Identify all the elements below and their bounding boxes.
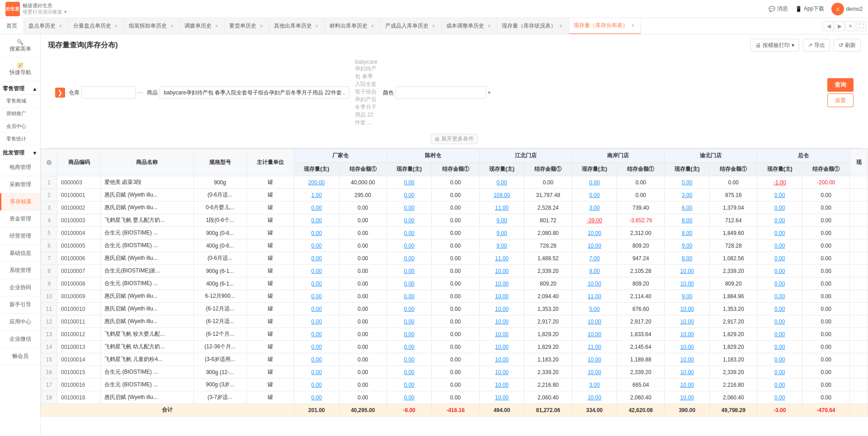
row-jb-stock[interactable]: 9.00 — [479, 214, 524, 227]
sidebar-item-finance[interactable]: 资金管理 — [0, 211, 40, 228]
tab-xiancunl-k[interactable]: 现存量（库存状况表） × — [497, 18, 569, 34]
sidebar-item-search[interactable]: 🔍 搜索英单 — [0, 34, 40, 58]
tab-cailiao[interactable]: 材料出库单历史 × — [325, 18, 381, 34]
row-jb-stock[interactable]: 0.00 — [479, 176, 524, 189]
row-f-stock[interactable]: 0.00 — [294, 290, 339, 303]
row-v-stock[interactable]: 0.00 — [387, 315, 432, 328]
row-yb-stock[interactable]: 9.00 — [665, 239, 710, 252]
dropdown-icon[interactable]: ▾ — [64, 9, 67, 15]
tab-yaohuo[interactable]: 要货单历史 × — [225, 18, 269, 34]
row-jb-stock[interactable]: 10.00 — [479, 353, 524, 366]
tab-home[interactable]: 首页 — [0, 18, 24, 34]
color-dropdown-icon[interactable]: ▾ — [488, 89, 491, 96]
tab-diaob[interactable]: 调拨单历史 × — [180, 18, 225, 34]
row-t-stock[interactable]: 0.00 — [757, 379, 802, 391]
row-yb-stock[interactable]: 8.00 — [665, 227, 710, 239]
refresh-btn[interactable]: ↺ 刷新 — [834, 39, 861, 52]
row-yb-stock[interactable]: 9.00 — [665, 290, 710, 303]
row-f-stock[interactable]: 0.00 — [294, 202, 339, 214]
row-f-stock[interactable]: 0.00 — [294, 227, 339, 239]
row-v-stock[interactable]: 0.00 — [387, 366, 432, 379]
sidebar-group-wholesale[interactable]: 批发管理 ▼ — [0, 145, 40, 159]
row-na-stock[interactable]: 3.00 — [572, 202, 617, 214]
row-f-stock[interactable]: 1.00 — [294, 189, 339, 202]
row-yb-stock[interactable]: 10.00 — [665, 315, 710, 328]
row-yb-stock[interactable]: 10.00 — [665, 277, 710, 290]
row-na-stock[interactable]: 10.00 — [572, 391, 617, 404]
row-t-stock[interactable]: 0.00 — [757, 252, 802, 265]
row-yb-stock[interactable]: 6.00 — [665, 202, 710, 214]
row-v-stock[interactable]: 0.00 — [387, 202, 432, 214]
row-na-stock[interactable]: 3.00 — [572, 379, 617, 391]
row-na-stock[interactable]: 10.00 — [572, 353, 617, 366]
row-jb-stock[interactable]: 10.00 — [479, 379, 524, 391]
tab-close-cailiao[interactable]: × — [369, 23, 376, 29]
sidebar-item-guide[interactable]: 新手引导 — [0, 296, 40, 314]
row-v-stock[interactable]: 0.00 — [387, 341, 432, 353]
sidebar-item-nav[interactable]: 🧭 快捷导航 — [0, 58, 40, 81]
color-input[interactable] — [396, 86, 486, 99]
row-t-stock[interactable]: 0.00 — [757, 391, 802, 404]
row-jb-stock[interactable]: 9.00 — [479, 239, 524, 252]
row-f-stock[interactable]: 0.00 — [294, 366, 339, 379]
row-t-stock[interactable]: 0.00 — [757, 277, 802, 290]
warehouse-input[interactable] — [81, 86, 136, 99]
tab-xiancunl-f[interactable]: 现存量（库存分布表） × — [569, 18, 641, 34]
sidebar-item-ecom[interactable]: 电商管理 — [0, 159, 40, 176]
row-yb-stock[interactable]: 10.00 — [665, 366, 710, 379]
row-jb-stock[interactable]: 10.00 — [479, 366, 524, 379]
row-v-stock[interactable]: 0.00 — [387, 277, 432, 290]
tab-close-pandian[interactable]: × — [57, 23, 64, 29]
row-yb-stock[interactable]: 10.00 — [665, 391, 710, 404]
settings-btn[interactable]: 设置 — [827, 94, 854, 107]
row-na-stock[interactable]: 0.00 — [572, 189, 617, 202]
row-na-stock[interactable]: 7.00 — [572, 252, 617, 265]
search-btn[interactable]: 查询 — [827, 78, 854, 92]
row-v-stock[interactable]: 0.00 — [387, 252, 432, 265]
row-t-stock[interactable]: 0.00 — [757, 290, 802, 303]
row-t-stock[interactable]: 0.00 — [757, 227, 802, 239]
row-t-stock[interactable]: 0.00 — [757, 189, 802, 202]
row-v-stock[interactable]: 0.00 — [387, 290, 432, 303]
warehouse-dots[interactable]: ··· — [137, 89, 143, 97]
row-t-stock[interactable]: 0.00 — [757, 239, 802, 252]
row-na-stock[interactable]: 11.00 — [572, 290, 617, 303]
row-na-stock[interactable]: 9.00 — [572, 265, 617, 277]
row-v-stock[interactable]: 0.00 — [387, 214, 432, 227]
row-yb-stock[interactable]: 10.00 — [665, 379, 710, 391]
tab-close-fenpandian[interactable]: × — [113, 23, 119, 29]
tab-close-xiancunl-f[interactable]: × — [630, 23, 636, 29]
row-jb-stock[interactable]: 10.00 — [479, 303, 524, 315]
row-yb-stock[interactable]: 10.00 — [665, 303, 710, 315]
tab-fenpandian[interactable]: 分量盘点单历史 × — [69, 18, 124, 34]
row-f-stock[interactable]: 0.00 — [294, 265, 339, 277]
row-t-stock[interactable]: 0.00 — [757, 265, 802, 277]
row-v-stock[interactable]: 0.00 — [387, 379, 432, 391]
tab-expand-btn[interactable]: ⛶ — [856, 21, 866, 31]
sidebar-item-system[interactable]: 系统管理 — [0, 262, 40, 279]
table-container[interactable]: ⚙ 商品编码 商品名称 规格型号 主计量单位 厂家仓 陈村仓 江北门店 南岸门店… — [41, 149, 868, 436]
tab-next-btn[interactable]: ▶ — [835, 21, 844, 31]
row-na-stock[interactable]: 11.00 — [572, 341, 617, 353]
tab-close-diaob[interactable]: × — [213, 23, 220, 29]
row-jb-stock[interactable]: 10.00 — [479, 328, 524, 341]
row-t-stock[interactable]: 0.00 — [757, 214, 802, 227]
tab-prev-btn[interactable]: ◀ — [824, 21, 834, 31]
messages-btn[interactable]: 💬 消息 — [769, 5, 788, 13]
row-v-stock[interactable]: 0.00 — [387, 353, 432, 366]
row-f-stock[interactable]: 0.00 — [294, 341, 339, 353]
tab-close-chengben[interactable]: × — [486, 23, 492, 29]
tab-close-qtachu[interactable]: × — [314, 23, 320, 29]
settings-icon[interactable]: ⚙ — [46, 159, 52, 166]
row-jb-stock[interactable]: 11.00 — [479, 252, 524, 265]
row-f-stock[interactable]: 0.00 — [294, 214, 339, 227]
sidebar-item-member2[interactable]: 畅会员 — [0, 348, 40, 365]
row-na-stock[interactable]: 10.00 — [572, 277, 617, 290]
sidebar-item-retail-shop[interactable]: 零售商城 — [0, 95, 40, 108]
row-v-stock[interactable]: 0.00 — [387, 391, 432, 404]
sidebar-item-operations[interactable]: 经营管理 — [0, 228, 40, 245]
row-na-stock[interactable]: 10.00 — [572, 227, 617, 239]
row-t-stock[interactable]: 0.00 — [757, 315, 802, 328]
export-btn[interactable]: ↗ 导出 — [803, 39, 830, 52]
row-yb-stock[interactable]: 3.00 — [665, 189, 710, 202]
